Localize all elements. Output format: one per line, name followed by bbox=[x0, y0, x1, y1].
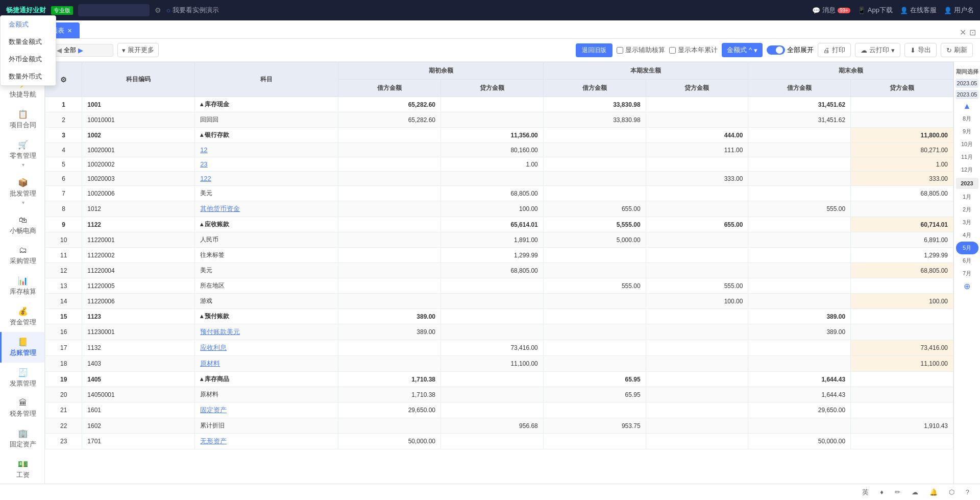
expand-more-btn[interactable]: ▾ 展开更多 bbox=[117, 43, 159, 57]
dropdown-item-qty-amount[interactable]: 数量金额式 bbox=[45, 39, 56, 51]
table-row[interactable]: 17 1132 应收利息 73,416.00 73,416.00 bbox=[45, 340, 953, 356]
period-3[interactable]: 3月 bbox=[956, 216, 978, 229]
window-close-btn[interactable]: ✕ bbox=[960, 28, 966, 37]
table-row[interactable]: 15 1123 ▴ 预付账款 389.00 389.00 bbox=[45, 309, 953, 324]
table-row[interactable]: 18 1403 原材料 11,100.00 11,100.00 bbox=[45, 356, 953, 372]
cloud-sync-btn[interactable]: ☁ bbox=[909, 487, 921, 497]
dropdown-item-qty-foreign[interactable]: 数量外币式 bbox=[45, 68, 56, 85]
alert-btn[interactable]: 🔔 bbox=[927, 487, 940, 497]
amount-mode-btn[interactable]: 金额式 ^ ▾ bbox=[722, 43, 763, 57]
show-ytd-checkbox[interactable]: 显示本年累计 bbox=[669, 45, 718, 55]
period-10[interactable]: 10月 bbox=[956, 138, 978, 151]
table-row[interactable]: 20 14050001 原材料 1,710.38 65.95 1,644.43 bbox=[45, 387, 953, 402]
table-row[interactable]: 9 1122 ▴ 应收账款 65,614.01 5,555.00 655.00 … bbox=[45, 217, 953, 232]
period-11[interactable]: 11月 bbox=[956, 151, 978, 163]
table-row[interactable]: 7 10020006 美元 68,805.00 68,805.00 bbox=[45, 186, 953, 201]
demo-link[interactable]: ○ 我要看实例演示 bbox=[166, 6, 219, 15]
period-expand-btn[interactable]: ⊕ bbox=[962, 280, 972, 293]
window-maximize-btn[interactable]: ⊡ bbox=[969, 28, 976, 37]
cell-subject[interactable]: 12 bbox=[195, 143, 338, 157]
table-row[interactable]: 4 10020001 12 80,160.00 111.00 80,271.00 bbox=[45, 143, 953, 157]
table-row[interactable]: 5 10020002 23 1.00 1.00 bbox=[45, 157, 953, 172]
hex-btn[interactable]: ⬡ bbox=[946, 487, 957, 497]
cell-subject[interactable]: 122 bbox=[195, 172, 338, 186]
sidebar-item-ecommerce[interactable]: 🛍 小畅电商 bbox=[0, 210, 44, 241]
cell-subject[interactable]: 无形资产 bbox=[195, 434, 338, 449]
table-row[interactable]: 16 11230001 预付账款美元 389.00 389.00 bbox=[45, 324, 953, 340]
period-2[interactable]: 2月 bbox=[956, 203, 978, 216]
sidebar-item-retail[interactable]: 🛒 零售管理 ▾ bbox=[0, 135, 44, 173]
cell-subject[interactable]: 固定资产 bbox=[195, 402, 338, 418]
lang-btn[interactable]: 英 bbox=[860, 487, 871, 498]
sidebar-item-tax[interactable]: 🏛 税务管理 bbox=[0, 393, 44, 423]
sidebar-item-payroll[interactable]: 💵 工资 bbox=[0, 454, 44, 484]
back-old-btn[interactable]: 退回旧版 bbox=[576, 43, 612, 57]
table-row[interactable]: 22 1602 累计折旧 956.68 953.75 1,910.43 bbox=[45, 418, 953, 434]
table-row[interactable]: 8 1012 其他货币资金 100.00 655.00 555.00 bbox=[45, 201, 953, 217]
subject-search-box[interactable]: ◀ 全部 ▶ bbox=[52, 44, 113, 57]
cell-index: 16 bbox=[45, 324, 82, 340]
period-year-end[interactable]: 2023.05 bbox=[955, 90, 979, 99]
period-6[interactable]: 6月 bbox=[956, 254, 978, 267]
diamond-btn[interactable]: ♦ bbox=[877, 487, 886, 497]
cell-index: 23 bbox=[45, 434, 82, 449]
period-up-btn[interactable]: ▲ bbox=[962, 100, 973, 112]
table-row[interactable]: 2 10010001 回回回 65,282.60 33,830.98 31,45… bbox=[45, 112, 953, 128]
sidebar-item-funds[interactable]: 💰 资金管理 bbox=[0, 301, 44, 332]
table-row[interactable]: 12 11220004 美元 68,805.00 68,805.00 bbox=[45, 263, 953, 278]
cloud-print-btn[interactable]: ☁ 云打印 ▾ bbox=[855, 43, 900, 57]
table-row[interactable]: 3 1002 ▴ 银行存款 11,356.00 444.00 11,800.00 bbox=[45, 128, 953, 143]
period-4[interactable]: 4月 bbox=[956, 229, 978, 242]
notifications-badge: 99+ bbox=[838, 8, 850, 13]
table-row[interactable]: 1 1001 ▴ 库存现金 65,282.60 33,830.98 31,451… bbox=[45, 97, 953, 112]
topbar-gear-icon[interactable]: ⚙ bbox=[155, 6, 161, 14]
dropdown-item-foreign-amount[interactable]: 外币金额式 bbox=[45, 51, 56, 68]
user-avatar[interactable]: 👤 用户名 bbox=[944, 6, 974, 15]
period-12[interactable]: 12月 bbox=[956, 163, 978, 176]
table-row[interactable]: 14 11220006 游戏 100.00 100.00 bbox=[45, 294, 953, 309]
sidebar-item-ledger[interactable]: 📒 总账管理 bbox=[0, 332, 44, 363]
sidebar-item-purchase[interactable]: 🗂 采购管理 bbox=[0, 241, 44, 271]
period-1[interactable]: 1月 bbox=[956, 191, 978, 203]
edit-btn[interactable]: ✏ bbox=[892, 487, 903, 497]
help-btn[interactable]: ? bbox=[963, 487, 972, 497]
topbar-search-input[interactable] bbox=[78, 4, 150, 16]
cell-subject[interactable]: 原材料 bbox=[195, 356, 338, 372]
notifications-btn[interactable]: 💬 消息 99+ bbox=[812, 6, 850, 15]
cell-subject[interactable]: 应收利息 bbox=[195, 340, 338, 356]
search-left-arrow[interactable]: ◀ bbox=[57, 46, 62, 54]
close-tab-icon[interactable]: ✕ bbox=[67, 28, 72, 34]
print-btn[interactable]: 🖨 打印 bbox=[818, 43, 851, 57]
balance-table-container[interactable]: ⚙ 科目编码 科目 期初余额 本期发生额 期末余额 借方金额 贷方金额 借方金额… bbox=[45, 62, 953, 484]
table-row[interactable]: 6 10020003 122 333.00 333.00 bbox=[45, 172, 953, 186]
table-row[interactable]: 10 11220001 人民币 1,891.00 5,000.00 6,891.… bbox=[45, 232, 953, 248]
period-8[interactable]: 8月 bbox=[956, 112, 978, 125]
table-row[interactable]: 19 1405 ▴ 库存商品 1,710.38 65.95 1,644.43 bbox=[45, 372, 953, 387]
period-9[interactable]: 9月 bbox=[956, 125, 978, 138]
period-5[interactable]: 5月 bbox=[956, 242, 978, 254]
cell-subject[interactable]: 预付账款美元 bbox=[195, 324, 338, 340]
table-row[interactable]: 13 11220005 所在地区 555.00 555.00 bbox=[45, 278, 953, 294]
sidebar-item-assets[interactable]: 🏢 固定资产 bbox=[0, 423, 44, 454]
online-support-btn[interactable]: 👤 在线客服 bbox=[900, 6, 937, 15]
table-row[interactable]: 23 1701 无形资产 50,000.00 50,000.00 bbox=[45, 434, 953, 449]
table-row[interactable]: 11 11220002 往来标签 1,299.99 1,299.99 bbox=[45, 248, 953, 263]
period-year-start[interactable]: 2023.05 bbox=[955, 79, 979, 88]
period-2023[interactable]: 2023 bbox=[956, 178, 978, 189]
table-row[interactable]: 21 1601 固定资产 29,650.00 29,650.00 bbox=[45, 402, 953, 418]
show-aux-checkbox[interactable]: 显示辅助核算 bbox=[617, 45, 665, 55]
sidebar-item-project[interactable]: 📋 项目合同 bbox=[0, 104, 44, 135]
export-btn[interactable]: ⬇ 导出 bbox=[904, 43, 937, 57]
aux-checkbox-input[interactable] bbox=[617, 47, 623, 54]
sidebar-item-inventory[interactable]: 📊 库存核算 bbox=[0, 271, 44, 301]
app-download-btn[interactable]: 📱 App下载 bbox=[857, 6, 893, 15]
expand-all-toggle[interactable]: 全部展开 bbox=[767, 45, 814, 55]
ytd-checkbox-input[interactable] bbox=[669, 47, 676, 54]
search-right-arrow[interactable]: ▶ bbox=[78, 46, 83, 54]
sidebar-item-wholesale[interactable]: 📦 批发管理 ▾ bbox=[0, 173, 44, 210]
cell-subject[interactable]: 23 bbox=[195, 157, 338, 172]
cell-subject[interactable]: 其他货币资金 bbox=[195, 201, 338, 217]
period-7[interactable]: 7月 bbox=[956, 267, 978, 280]
sidebar-item-invoice[interactable]: 🧾 发票管理 bbox=[0, 363, 44, 393]
refresh-btn[interactable]: ↻ 刷新 bbox=[941, 43, 973, 57]
